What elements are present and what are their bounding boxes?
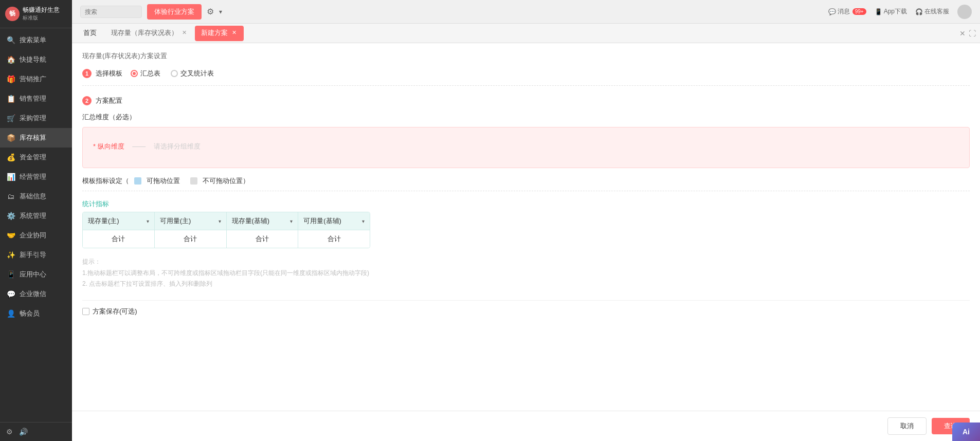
dimension-box[interactable]: * 纵向维度 —— 请选择分组维度 [82, 127, 970, 168]
message-button[interactable]: 💬 消息 99+ [828, 7, 866, 16]
sidebar-label-inventory: 库存核算 [20, 133, 46, 142]
message-badge: 99+ [852, 8, 866, 15]
dim-required-star: * 纵向维度 [93, 142, 124, 150]
radio-cross-circle [171, 70, 178, 77]
customer-service-button[interactable]: 🎧 在线客服 [915, 7, 949, 16]
col-header-0[interactable]: 现存量(主) ▾ [83, 212, 155, 230]
tab-inventory[interactable]: 现存量（库存状况表） ✕ [104, 24, 195, 43]
user-avatar[interactable] [957, 5, 972, 19]
col-chevron-2: ▾ [290, 218, 293, 224]
sidebar-item-business[interactable]: 📊 经营管理 [0, 167, 72, 187]
content-area: 现存量(库存状况表)方案设置 1 选择模板 汇总表 交叉统计表 [72, 43, 980, 411]
cancel-button[interactable]: 取消 [887, 417, 927, 435]
col-label-0: 现存量(主) [88, 216, 119, 226]
tab-new-scheme-close[interactable]: ✕ [231, 29, 238, 36]
sidebar-item-system[interactable]: ⚙️ 系统管理 [0, 206, 72, 226]
sidebar-item-wechat[interactable]: 💬 企业微信 [0, 284, 72, 304]
tips-section: 提示： 1.拖动标题栏可以调整布局，不可跨维度或指标区域拖动栏目字段(只能在同一… [82, 256, 970, 290]
topbar: 体验行业方案 ⚙ ▾ 💬 消息 99+ 📱 App下载 🎧 在线客服 [72, 0, 980, 24]
template-options: 汇总表 交叉统计表 [131, 69, 214, 78]
logo-icon: 畅 [5, 7, 20, 21]
sidebar-label-sales: 销售管理 [20, 94, 46, 103]
radio-cross[interactable]: 交叉统计表 [171, 69, 214, 78]
sidebar-item-apps[interactable]: 📱 应用中心 [0, 265, 72, 284]
sidebar-item-sales[interactable]: 📋 销售管理 [0, 89, 72, 108]
app-download-button[interactable]: 📱 App下载 [875, 7, 907, 16]
sidebar-item-marketing[interactable]: 🎁 营销推广 [0, 69, 72, 89]
section2-title: 方案配置 [96, 96, 122, 105]
col-header-3[interactable]: 可用量(基辅) ▾ [298, 212, 370, 230]
experience-button[interactable]: 体验行业方案 [147, 4, 202, 20]
purchase-icon: 🛒 [6, 114, 15, 123]
section1-divider [82, 85, 970, 86]
section-template: 1 选择模板 汇总表 交叉统计表 [82, 69, 970, 86]
tab-home[interactable]: 首页 [76, 24, 104, 43]
section2-number: 2 [82, 96, 92, 105]
tabs-bar: 首页 现存量（库存状况表） ✕ 新建方案 ✕ ✕ ⛶ [72, 24, 980, 43]
download-icon: 📱 [875, 8, 882, 15]
settings-icon[interactable]: ⚙ [6, 428, 13, 436]
stats-section-label: 统计指标 [82, 199, 970, 209]
cell-0-2: 合计 [227, 230, 299, 248]
headset-icon: 🎧 [915, 8, 923, 15]
message-icon: 💬 [828, 8, 836, 15]
tab-inventory-close[interactable]: ✕ [181, 29, 188, 36]
main-area: 体验行业方案 ⚙ ▾ 💬 消息 99+ 📱 App下载 🎧 在线客服 首页 [72, 0, 980, 441]
radio-summary-circle [131, 70, 138, 77]
tab-inventory-label: 现存量（库存状况表） [111, 28, 178, 38]
metrics-label: 模板指标设定（ 可拖动位置 不可拖动位置） [82, 176, 970, 186]
sidebar-item-member[interactable]: 👤 畅会员 [0, 304, 72, 323]
col-label-2: 现存量(基辅) [232, 216, 270, 226]
ai-float-button[interactable]: Ai [952, 422, 980, 441]
sidebar-item-inventory[interactable]: 📦 库存核算 [0, 128, 72, 148]
footer-bar: 取消 查询 [72, 411, 980, 441]
business-icon: 📊 [6, 172, 15, 181]
sidebar-item-finance[interactable]: 💰 资金管理 [0, 148, 72, 167]
page-title: 现存量(库存状况表)方案设置 [82, 51, 970, 61]
dropdown-icon[interactable]: ▾ [219, 8, 222, 15]
search-input[interactable] [80, 6, 142, 18]
finance-icon: 💰 [6, 153, 15, 162]
settings-gear-icon[interactable]: ⚙ [207, 7, 214, 16]
sidebar-item-purchase[interactable]: 🛒 采购管理 [0, 108, 72, 128]
sidebar-label-quick-nav: 快捷导航 [20, 55, 46, 64]
customer-service-label: 在线客服 [924, 7, 949, 16]
guide-icon: ✨ [6, 250, 15, 260]
radio-summary[interactable]: 汇总表 [131, 69, 160, 78]
sidebar-label-finance: 资金管理 [20, 153, 46, 162]
sidebar-label-wechat: 企业微信 [20, 289, 46, 299]
metrics-non-draggable-text: 不可拖动位置） [203, 176, 249, 186]
stats-table-header: 现存量(主) ▾ 可用量(主) ▾ 现存量(基辅) ▾ 可用量(基辅) ▾ [83, 212, 370, 230]
col-header-2[interactable]: 现存量(基辅) ▾ [227, 212, 299, 230]
sidebar-item-search-menu[interactable]: 🔍 搜索菜单 [0, 30, 72, 50]
metrics-draggable-badge [134, 177, 141, 185]
tab-new-scheme[interactable]: 新建方案 ✕ [195, 26, 244, 41]
section-config: 2 方案配置 汇总维度（必选） * 纵向维度 —— 请选择分组维度 模板指标设定… [82, 96, 970, 290]
section1-number: 1 [82, 69, 92, 78]
sidebar-label-business: 经营管理 [20, 172, 46, 181]
sidebar-label-coop: 企业协同 [20, 231, 46, 240]
tab-home-label: 首页 [83, 28, 97, 38]
sidebar-item-guide[interactable]: ✨ 新手引导 [0, 245, 72, 265]
sidebar-item-quick-nav[interactable]: 🏠 快捷导航 [0, 50, 72, 69]
app-download-label: App下载 [884, 7, 907, 16]
sidebar-label-marketing: 营销推广 [20, 75, 46, 84]
cell-0-0: 合计 [83, 230, 155, 248]
save-checkbox [82, 308, 89, 315]
tab-close-all-icon[interactable]: ✕ [959, 29, 966, 38]
save-option-checkbox[interactable]: 方案保存(可选) [82, 307, 970, 316]
col-header-1[interactable]: 可用量(主) ▾ [155, 212, 227, 230]
volume-icon[interactable]: 🔊 [19, 428, 28, 436]
dim-arrow: —— [132, 142, 146, 150]
sidebar: 畅 畅赚通好生意 标准版 🔍 搜索菜单 🏠 快捷导航 🎁 营销推广 📋 销售管理… [0, 0, 72, 441]
message-label: 消息 [838, 7, 850, 16]
radio-cross-label: 交叉统计表 [180, 69, 214, 78]
stats-table: 现存量(主) ▾ 可用量(主) ▾ 现存量(基辅) ▾ 可用量(基辅) ▾ [82, 212, 370, 248]
radio-summary-label: 汇总表 [140, 69, 160, 78]
sidebar-item-coop[interactable]: 🤝 企业协同 [0, 226, 72, 245]
metrics-draggable-text: 可拖动位置 [147, 176, 180, 186]
dim-label: 汇总维度（必选） [82, 113, 970, 122]
sidebar-item-basic[interactable]: 🗂 基础信息 [0, 187, 72, 206]
cell-0-1: 合计 [155, 230, 227, 248]
tab-expand-icon[interactable]: ⛶ [969, 29, 976, 38]
